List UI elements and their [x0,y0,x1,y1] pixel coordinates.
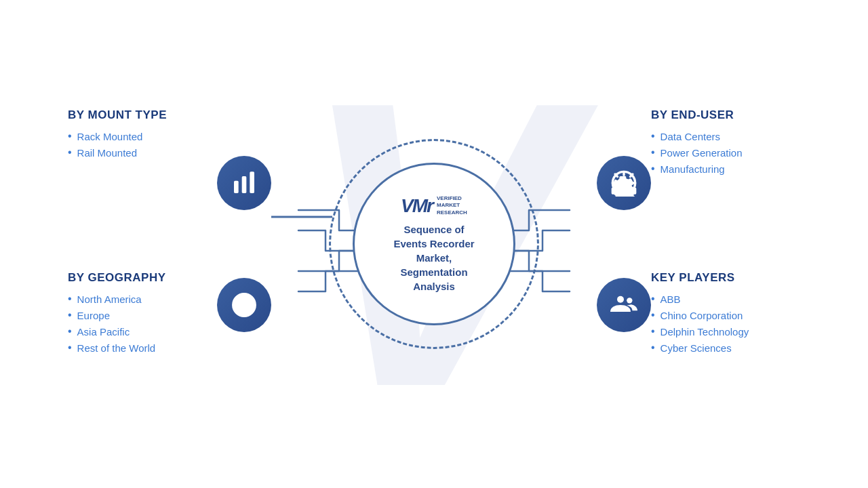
list-item: North America [68,293,166,305]
panel-mount-type: BY MOUNT TYPE Rack Mounted Rail Mounted [68,108,167,163]
bar-chart-icon [217,156,271,210]
diagram-container: VMr VERIFIED MARKET RESEARCH Sequence of… [27,20,841,468]
geography-heading: BY GEOGRAPHY [68,271,166,285]
list-item: Delphin Technology [651,325,800,338]
end-user-heading: BY END-USER [651,108,800,122]
key-players-list: ABB Chino Corporation Delphin Technology… [651,293,800,354]
svg-point-19 [627,298,632,303]
mount-type-heading: BY MOUNT TYPE [68,108,167,122]
panel-end-user: BY END-USER Data Centers Power Generatio… [651,108,800,179]
group-icon [597,278,651,332]
list-item: Cyber Sciences [651,342,800,354]
mount-type-list: Rack Mounted Rail Mounted [68,130,167,159]
svg-rect-2 [250,171,254,193]
vmr-text: VERIFIED MARKET RESEARCH [437,195,467,216]
list-item: ABB [651,293,800,305]
key-players-heading: KEY PLAYERS [651,271,800,285]
list-item: Rest of the World [68,342,166,354]
list-item: Rail Mounted [68,146,167,159]
globe-icon [217,278,271,332]
panel-key-players: KEY PLAYERS ABB Chino Corporation Delphi… [651,271,800,358]
geography-list: North America Europe Asia Pacific Rest o… [68,293,166,354]
center-title: Sequence of Events Recorder Market, Segm… [387,222,481,293]
vmr-logo: VMr VERIFIED MARKET RESEARCH [401,195,467,217]
list-item: Europe [68,309,166,321]
list-item: Power Generation [651,146,800,159]
list-item: Data Centers [651,130,800,142]
svg-point-18 [617,296,624,303]
end-user-list: Data Centers Power Generation Manufactur… [651,130,800,175]
list-item: Rack Mounted [68,130,167,142]
list-item: Chino Corporation [651,309,800,321]
vmr-symbol: VMr [401,195,433,217]
svg-rect-1 [242,176,247,193]
inner-ring: VMr VERIFIED MARKET RESEARCH Sequence of… [353,163,515,325]
svg-rect-0 [234,181,239,193]
panel-geography: BY GEOGRAPHY North America Europe Asia P… [68,271,166,358]
gear-icon [597,156,651,210]
list-item: Manufacturing [651,163,800,175]
list-item: Asia Pacific [68,325,166,338]
